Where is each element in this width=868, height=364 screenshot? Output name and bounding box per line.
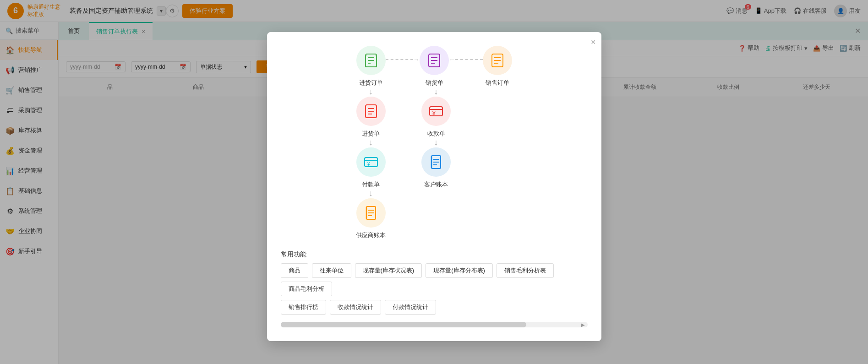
svg-rect-14	[366, 206, 367, 219]
left-flow-column: 进货订单 ↓ 进货单 ↓ ¥ 付款单 ↓	[356, 46, 386, 239]
modal-overlay[interactable]: × 进货订单 ↓ 进货单 ↓	[0, 0, 868, 364]
cf-btn-payment-stat[interactable]: 付款情况统计	[385, 300, 436, 315]
svg-text:¥: ¥	[367, 162, 370, 167]
scrollbar-thumb[interactable]	[281, 322, 526, 327]
left-right-arrow: →	[386, 46, 420, 63]
flow-node-customer-ledger[interactable]: 客户账本	[421, 147, 451, 189]
purchase-order-circle	[356, 46, 386, 75]
flow-node-sales-bill[interactable]: 销货单	[420, 46, 449, 87]
common-functions-title: 常用功能	[281, 250, 588, 259]
arrow-down-2: ↓	[369, 138, 373, 147]
scrollbar-right-arrow[interactable]: ▶	[579, 322, 588, 327]
svg-rect-23	[430, 107, 442, 116]
flow-node-purchase-bill[interactable]: 进货单	[356, 97, 386, 138]
right-flow-column: 销货单 ← 销售订单 ↓ ¥	[420, 46, 512, 189]
right-top-arrow: ←	[449, 46, 483, 63]
flow-node-sales-order[interactable]: 销售订单	[483, 46, 512, 87]
svg-rect-30	[431, 156, 432, 168]
purchase-bill-circle	[356, 97, 386, 126]
flow-node-supplier-ledger[interactable]: 供应商账本	[356, 198, 386, 239]
receipt-circle: ¥	[421, 97, 451, 126]
cf-btn-goods-profit[interactable]: 商品毛利分析	[281, 282, 332, 296]
svg-text:¥: ¥	[432, 110, 436, 117]
arrow-down-3: ↓	[369, 189, 373, 198]
modal-close-button[interactable]: ×	[591, 38, 596, 47]
cf-btn-receipt-stat[interactable]: 收款情况统计	[330, 300, 381, 315]
customer-ledger-circle	[421, 147, 451, 177]
flow-node-receipt[interactable]: ¥ 收款单	[421, 97, 451, 138]
arrow-down-receipt: ↓	[434, 138, 438, 147]
flow-node-payment[interactable]: ¥ 付款单	[356, 147, 386, 189]
sales-order-circle	[483, 46, 512, 75]
supplier-ledger-circle	[356, 198, 386, 228]
cf-btn-sales-profit[interactable]: 销售毛利分析表	[497, 263, 554, 278]
quick-nav-modal: × 进货订单 ↓ 进货单 ↓	[267, 32, 601, 341]
cf-buttons-row1: 商品 往来单位 现存量(库存状况表) 现存量(库存分布表) 销售毛利分析表 商品…	[281, 263, 588, 296]
payment-circle: ¥	[356, 147, 386, 177]
top-right-row: 销货单 ← 销售订单	[420, 46, 512, 87]
modal-scrollbar[interactable]: ▶	[281, 322, 588, 327]
flow-node-purchase-order[interactable]: 进货订单	[356, 46, 386, 87]
svg-rect-7	[365, 158, 377, 167]
sales-bill-circle	[420, 46, 449, 75]
cf-buttons-row2: 销售排行榜 收款情况统计 付款情况统计	[281, 300, 588, 315]
flow-diagram: 进货订单 ↓ 进货单 ↓ ¥ 付款单 ↓	[281, 46, 588, 239]
arrow-down-sales: ↓	[434, 87, 438, 97]
common-functions: 常用功能 商品 往来单位 现存量(库存状况表) 现存量(库存分布表) 销售毛利分…	[281, 250, 588, 315]
arrow-down-1: ↓	[369, 87, 373, 97]
cf-btn-stock-status[interactable]: 现存量(库存状况表)	[355, 263, 422, 278]
cf-btn-partner[interactable]: 往来单位	[312, 263, 351, 278]
cf-btn-stock-dist[interactable]: 现存量(库存分布表)	[426, 263, 493, 278]
cf-btn-sales-rank[interactable]: 销售排行榜	[281, 300, 326, 315]
cf-btn-goods[interactable]: 商品	[281, 263, 308, 278]
